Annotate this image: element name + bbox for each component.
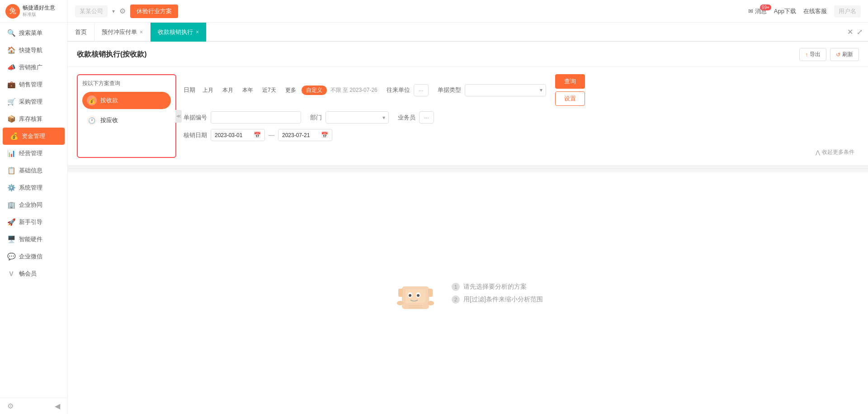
dept-select[interactable]	[326, 111, 389, 124]
staff-picker-btn[interactable]: ···	[419, 111, 434, 124]
fullscreen-icon[interactable]: ⤢	[857, 28, 863, 36]
filter-panel-title: 按以下方案查询	[82, 80, 171, 87]
collapse-sidebar-icon[interactable]: ◀	[55, 402, 60, 410]
doc-no-input[interactable]	[211, 111, 301, 124]
partner-picker-btn[interactable]: ···	[414, 84, 429, 96]
sidebar-menu: 🔍 搜索菜单 🏠 快捷导航 📣 营销推广 💼 销售管理 🛒 采购管理 📦 库存核…	[0, 23, 67, 398]
sidebar-item-search[interactable]: 🔍 搜索菜单	[0, 24, 67, 42]
online-service-link[interactable]: 在线客服	[803, 7, 827, 15]
filter-section: 按以下方案查询 💰 按收款 🕐 按应收 ≪ 日期	[68, 67, 868, 165]
tab-receipt-verify[interactable]: 收款核销执行 ×	[151, 23, 207, 42]
setting-filter-btn[interactable]: 设置	[555, 91, 585, 106]
chevron-down-icon[interactable]: ▾	[112, 8, 115, 14]
verify-date-start[interactable]: 2023-03-01 📅	[211, 129, 265, 141]
date-tab-this-month[interactable]: 本月	[219, 86, 237, 95]
sidebar-item-system[interactable]: ⚙️ 系统管理	[0, 179, 67, 196]
svg-point-4	[409, 294, 411, 297]
sales-icon: 💼	[7, 81, 15, 89]
industry-btn[interactable]: 休验行业方案	[130, 5, 178, 18]
sidebar-item-sales[interactable]: 💼 销售管理	[0, 76, 67, 93]
page-title-row: 收款核销执行(按收款) ↑ 导出 ↺ 刷新	[77, 48, 859, 61]
user-avatar[interactable]: 用户名	[834, 5, 861, 17]
wechat-icon: 💬	[7, 252, 15, 261]
export-btn[interactable]: ↑ 导出	[799, 48, 826, 61]
sidebar-item-label: 新手引导	[19, 218, 42, 226]
action-btn-col: 查询 设置	[555, 74, 585, 106]
svg-rect-6	[398, 289, 403, 297]
empty-step-2: 2 用[过滤]条件来缩小分析范围	[452, 295, 543, 304]
date-tab-custom[interactable]: 自定义	[302, 86, 327, 95]
message-icon: ✉	[748, 8, 753, 14]
date-tab-7days[interactable]: 近7天	[259, 86, 280, 95]
sidebar-item-inventory[interactable]: 📦 库存核算	[0, 110, 67, 128]
sidebar: 兔 畅捷通好生意 标准版 🔍 搜索菜单 🏠 快捷导航 📣 营销推广 💼 销售管理…	[0, 0, 68, 414]
calendar-end-icon[interactable]: 📅	[321, 132, 328, 138]
settings-bottom-icon[interactable]: ⚙	[7, 402, 14, 410]
sidebar-item-collab[interactable]: 🏢 企业协同	[0, 196, 67, 214]
verify-date-label: 核销日期	[184, 131, 207, 139]
filter-option-by-receipt[interactable]: 💰 按收款	[82, 92, 171, 109]
close-all-tabs-icon[interactable]: ✕	[847, 28, 853, 36]
verify-date-field: 核销日期 2023-03-01 📅 — 2023-07-21 📅	[184, 129, 332, 141]
sidebar-item-operations[interactable]: 📊 经营管理	[0, 145, 67, 162]
sidebar-logo: 兔 畅捷通好生意 标准版	[0, 0, 67, 23]
sidebar-item-finance[interactable]: 💰 资金管理	[3, 128, 65, 145]
tab-prepay[interactable]: 预付冲应付单 ×	[94, 23, 151, 42]
date-tab-this-year[interactable]: 本年	[239, 86, 257, 95]
tabbar-actions: ✕ ⤢	[847, 28, 868, 36]
sidebar-item-marketing[interactable]: 📣 营销推广	[0, 59, 67, 76]
refresh-btn[interactable]: ↺ 刷新	[830, 48, 859, 61]
home-icon: 🏠	[7, 46, 15, 54]
partner-label: 往来单位	[387, 86, 410, 94]
calendar-start-icon[interactable]: 📅	[254, 132, 261, 138]
sidebar-item-label: 基础信息	[19, 167, 42, 175]
page-actions: ↑ 导出 ↺ 刷新	[799, 48, 859, 61]
filter-row-3: 核销日期 2023-03-01 📅 — 2023-07-21 📅	[184, 129, 859, 141]
verify-date-end[interactable]: 2023-07-21 📅	[278, 129, 332, 141]
dept-select-wrap	[326, 111, 389, 124]
svg-point-5	[417, 294, 420, 297]
refresh-icon: ↺	[836, 52, 840, 58]
doc-no-field: 单据编号	[184, 111, 301, 124]
filter-right-panel: 日期 上月 本月 本年 近7天 更多 自定义 不限 至 2023-07-26 往…	[184, 74, 859, 158]
message-container[interactable]: ✉ 消息 99+	[748, 7, 767, 15]
tab-prepay-close[interactable]: ×	[140, 29, 143, 35]
sidebar-item-nav[interactable]: 🏠 快捷导航	[0, 42, 67, 59]
sidebar-item-label: 企业协同	[19, 201, 42, 209]
svg-point-9	[428, 301, 434, 305]
company-name: 某某公司	[75, 5, 108, 17]
query-btn[interactable]: 查询	[555, 74, 585, 89]
sidebar-item-member[interactable]: V 畅会员	[0, 265, 67, 282]
sidebar-item-label: 搜索菜单	[19, 29, 42, 37]
date-tab-last-month[interactable]: 上月	[199, 86, 217, 95]
sidebar-item-wechat[interactable]: 💬 企业微信	[0, 248, 67, 265]
collapse-more-btn[interactable]: ⋀ 收起更多条件	[184, 147, 854, 158]
sidebar-item-basic-info[interactable]: 📋 基础信息	[0, 162, 67, 179]
export-icon: ↑	[805, 52, 808, 58]
staff-label: 业务员	[398, 114, 415, 122]
filter-option-by-receivable[interactable]: 🕐 按应收	[82, 112, 171, 129]
doc-type-select[interactable]	[465, 84, 546, 96]
page-title: 收款核销执行(按收款)	[77, 50, 147, 59]
tab-receipt-verify-close[interactable]: ×	[196, 29, 199, 35]
tab-home[interactable]: 首页	[68, 23, 94, 42]
tabbar: 首页 预付冲应付单 × 收款核销执行 × ✕ ⤢	[68, 23, 868, 42]
sidebar-item-hardware[interactable]: 🖥️ 智能硬件	[0, 231, 67, 248]
sidebar-item-label: 资金管理	[22, 132, 45, 140]
sidebar-item-purchase[interactable]: 🛒 采购管理	[0, 93, 67, 110]
topbar-left: 某某公司 ▾ ⚙ 休验行业方案	[75, 5, 178, 18]
inventory-icon: 📦	[7, 115, 15, 123]
app-download-link[interactable]: App下载	[774, 7, 796, 15]
settings-icon[interactable]: ⚙	[119, 7, 126, 15]
filter-collapse-btn[interactable]: ≪	[175, 110, 182, 123]
sidebar-item-guide[interactable]: 🚀 新手引导	[0, 214, 67, 231]
sidebar-item-label: 采购管理	[19, 98, 42, 106]
tab-receipt-verify-label: 收款核销执行	[158, 28, 193, 36]
page-header: 收款核销执行(按收款) ↑ 导出 ↺ 刷新	[68, 42, 868, 67]
doc-no-label: 单据编号	[184, 114, 207, 122]
purchase-icon: 🛒	[7, 98, 15, 106]
filter-option-label: 按应收	[100, 116, 118, 124]
sidebar-item-label: 库存核算	[19, 115, 42, 123]
date-tab-more[interactable]: 更多	[282, 86, 300, 95]
search-icon: 🔍	[7, 29, 15, 37]
